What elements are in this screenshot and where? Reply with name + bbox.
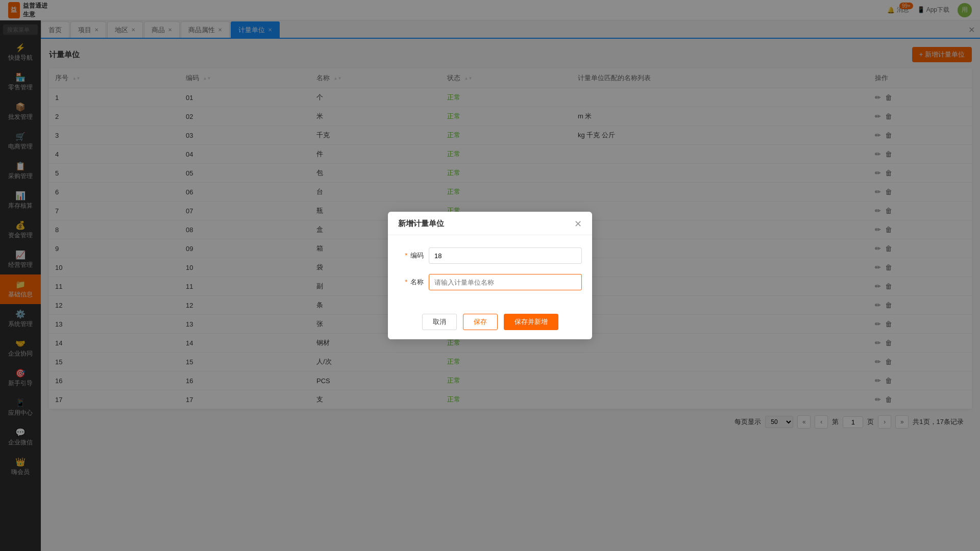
cancel-button[interactable]: 取消	[422, 314, 457, 330]
modal-title: 新增计量单位	[398, 219, 444, 229]
name-input[interactable]	[429, 274, 582, 290]
code-input[interactable]	[429, 247, 582, 264]
modal-overlay[interactable]: 新增计量单位 ✕ * 编码 * 名称 取消 保存 保存并新增	[0, 0, 980, 551]
code-label: * 编码	[398, 251, 429, 260]
name-form-row: * 名称	[398, 274, 582, 290]
modal-footer: 取消 保存 保存并新增	[388, 309, 592, 339]
code-form-row: * 编码	[398, 247, 582, 264]
modal-close-button[interactable]: ✕	[574, 219, 582, 229]
modal-body: * 编码 * 名称	[388, 235, 592, 309]
save-button[interactable]: 保存	[463, 314, 498, 330]
modal-header: 新增计量单位 ✕	[388, 212, 592, 235]
name-required-mark: *	[405, 278, 407, 286]
name-label: * 名称	[398, 278, 429, 287]
code-required-mark: *	[405, 252, 407, 259]
save-and-new-button[interactable]: 保存并新增	[504, 314, 558, 330]
add-unit-modal: 新增计量单位 ✕ * 编码 * 名称 取消 保存 保存并新增	[388, 212, 592, 339]
